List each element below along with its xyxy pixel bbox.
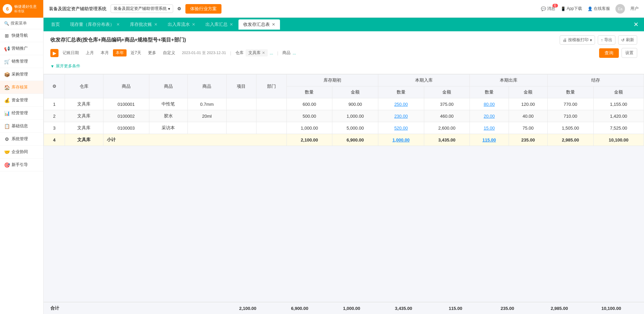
cell-in-qty[interactable]: 230.00 [378,110,424,122]
col-settings[interactable]: ⚙ [44,75,65,98]
marketing-icon: 📢 [4,46,10,51]
cell-code: 0100003 [103,122,149,134]
sidebar-item-purchase[interactable]: 📦 采购管理 [0,68,43,81]
tabbar-close-icon[interactable]: ✕ [631,21,641,28]
date-btn-this-month[interactable]: 本月 [98,49,112,56]
date-range-text: 2023-01-01 至 2023-12-31 [182,50,226,55]
goods-more[interactable]: ... [293,51,296,55]
date-buttons: 上月 本月 本年 近7天 更多 自定义 [83,49,178,56]
print-button[interactable]: 🖨 按模板打印 ▾ [560,35,595,45]
date-btn-7days[interactable]: 近7天 [128,49,144,56]
sidebar-item-operation[interactable]: 📊 经营管理 [0,107,43,120]
footer-label: 合计 [50,305,59,311]
cell-out-qty[interactable]: 15.00 [470,122,509,134]
cell-out-amt: 40.00 [509,110,547,122]
page-header: 收发存汇总表(按仓库+商品编码+商品+规格型号+项目+部门) 🖨 按模板打印 ▾… [44,31,644,74]
sidebar-item-label: 新手引导 [12,162,28,168]
subtotal-out-qty[interactable]: 115.00 [470,134,509,146]
cell-spec [187,122,226,134]
settings-button[interactable]: 设置 [622,48,637,58]
cell-spec: 20ml [187,110,226,122]
col-bal-qty: 数量 [547,86,593,98]
cell-in-amt: 460.00 [424,110,470,122]
footer-open-amt: 6,900.00 [274,306,326,311]
search-menu[interactable]: 🔍 搜索菜单 [0,18,43,29]
app-logo: 6 畅捷通好生意 标准版 [0,0,43,18]
warehouse-more[interactable]: ... [270,51,273,55]
col-settings-icon[interactable]: ⚙ [52,84,56,89]
date-btn-more[interactable]: 更多 [145,49,159,56]
sidebar-item-guide[interactable]: 🎯 新手引导 [0,159,43,171]
subtotal-in-qty[interactable]: 1,000.00 [378,134,424,146]
sidebar-item-enterprise[interactable]: 🤝 企业协同 [0,146,43,159]
export-button[interactable]: ↑ 导出 [598,35,615,45]
cell-bal-amt: 7,525.00 [593,122,644,134]
cell-in-qty[interactable]: 520.00 [378,122,424,134]
basic-info-icon: 📋 [4,123,10,129]
col-open-qty: 数量 [286,86,332,98]
col-bal-amt: 金额 [593,86,644,98]
expand-label: 展开更多条件 [56,63,80,69]
tab-inventory-dist[interactable]: 现存量（库存分布表） ✕ [65,19,125,30]
footer-bal-amt: 10,100.00 [585,306,637,311]
trial-button[interactable]: 体验行业方案 [185,4,221,14]
tab-label: 出入库汇总 [205,21,228,28]
user-avatar[interactable]: Ea [615,4,625,14]
tab-batch-ledger[interactable]: 库存批次账 ✕ [125,19,162,30]
sidebar-item-label: 营销推广 [12,46,28,51]
tab-close-icon[interactable]: ✕ [154,22,158,27]
sidebar-item-marketing[interactable]: 📢 营销推广 [0,42,43,55]
tab-close-icon[interactable]: ✕ [192,22,195,27]
date-btn-prev-month[interactable]: 上月 [83,49,97,56]
sidebar-item-label: 基础信息 [12,123,28,129]
cell-in-amt: 2,600.00 [424,122,470,134]
cell-warehouse: 文具库 [65,98,103,110]
cell-out-qty[interactable]: 20.00 [470,110,509,122]
query-button[interactable]: 查询 [599,48,619,58]
sidebar-item-quick-nav[interactable]: ⊞ 快捷导航 [0,29,43,42]
quick-nav-icon: ⊞ [4,33,10,38]
tab-home[interactable]: 首页 [46,19,65,30]
main-area: 装备及固定资产辅助管理系统 装备及固定资产辅助管理系统 ▾ ⚙ 体验行业方案 💬… [44,0,644,314]
date-btn-custom[interactable]: 自定义 [160,49,178,56]
system-selector[interactable]: 装备及固定资产辅助管理系统 ▾ [111,4,173,13]
system-name: 装备及固定资产辅助管理系统 [49,6,106,12]
tab-close-icon[interactable]: ✕ [230,22,233,27]
tab-inout-summary[interactable]: 出入库汇总 ✕ [201,19,238,30]
app-download[interactable]: 📱 App下载 [561,6,582,12]
cell-project [226,122,256,134]
message-badge[interactable]: 💬 消息 6 [541,6,555,12]
sidebar-item-label: 快捷导航 [12,33,28,38]
cell-bal-qty: 1,505.00 [547,122,593,134]
tab-recv-send-summary[interactable]: 收发存汇总表 ✕ [238,19,280,30]
warehouse-tag[interactable]: 文具库 ✕ [246,49,268,56]
tab-close-icon[interactable]: ✕ [116,22,120,27]
sales-icon: 🛒 [4,59,10,64]
sidebar-item-basic-info[interactable]: 📋 基础信息 [0,120,43,133]
refresh-button[interactable]: ↺ 刷新 [618,35,637,45]
inventory-icon: 🏠 [4,85,10,90]
cell-out-qty[interactable]: 80.00 [470,98,509,110]
filter-toggle-button[interactable]: ▶ [50,49,59,57]
sidebar-item-system[interactable]: ⚙ 系统管理 [0,133,43,146]
sidebar-item-sales[interactable]: 🛒 销售管理 [0,55,43,68]
sidebar: 6 畅捷通好生意 标准版 🔍 搜索菜单 ⊞ 快捷导航 📢 营销推广 🛒 销售管理… [0,0,44,314]
gear-icon[interactable]: ⚙ [177,6,181,11]
cell-in-qty[interactable]: 250.00 [378,98,424,110]
app-download-label: App下载 [567,6,582,12]
sidebar-item-inventory[interactable]: 🏠 库存核算 [0,81,43,94]
date-btn-this-year[interactable]: 本年 [113,49,127,56]
subtotal-open-amt: 6,900.00 [332,134,378,146]
subtotal-open-qty: 2,100.00 [286,134,332,146]
sidebar-item-finance[interactable]: 💰 资金管理 [0,94,43,107]
warehouse-tag-remove[interactable]: ✕ [262,51,265,55]
tab-close-active-icon[interactable]: ✕ [272,22,275,27]
print-label: 按模板打印 [568,37,589,43]
col-dept-header: 部门 [257,75,286,98]
cell-code: 0100002 [103,110,149,122]
online-service[interactable]: 👤 在线客服 [588,6,610,12]
tab-inout-flow[interactable]: 出入库流水 ✕ [163,19,200,30]
expand-more-btn[interactable]: ▼ 展开更多条件 [50,61,80,71]
row-num: 1 [44,98,65,110]
sidebar-item-label: 企业协同 [12,149,28,155]
